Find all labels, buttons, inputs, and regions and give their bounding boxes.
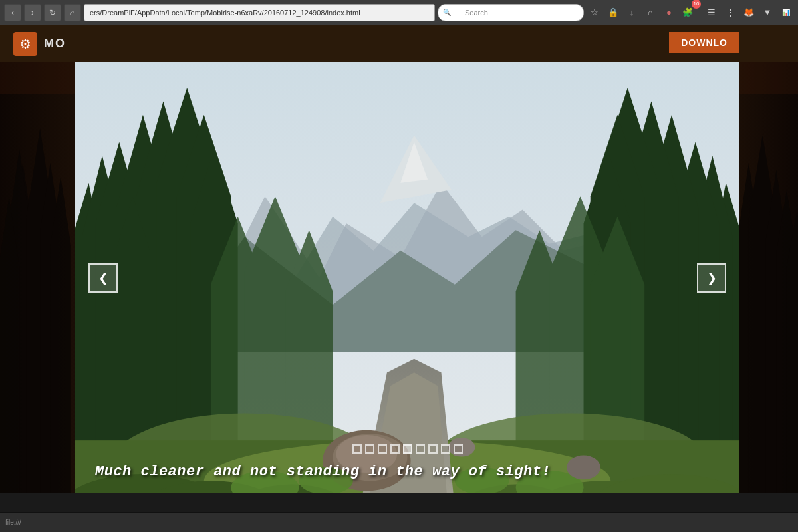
badge-count: 10 <box>692 0 701 9</box>
search-placeholder: Search <box>465 9 488 17</box>
prev-icon: ❮ <box>98 271 108 285</box>
download-icon[interactable]: ↓ <box>624 5 640 21</box>
slider-wrap: ❮ ❯ Much cleaner and not standing in <box>75 62 739 493</box>
slider-caption: Much cleaner and not standing in the way… <box>75 464 739 487</box>
address-bar[interactable]: ers/DreamPiF/AppData/Local/Temp/Mobirise… <box>84 4 435 21</box>
browser-window: ‹ › ↻ ⌂ ers/DreamPiF/AppData/Local/Temp/… <box>0 0 798 532</box>
app-name: MO <box>44 37 66 51</box>
menu-icon[interactable]: ☰ <box>704 5 720 21</box>
sidebar-left <box>0 25 75 493</box>
home-icon[interactable]: ⌂ <box>642 5 658 21</box>
app-logo: ⚙ MO <box>13 32 66 56</box>
lock-icon[interactable]: 🔒 <box>605 5 621 21</box>
download-button[interactable]: DOWNLO <box>669 32 739 53</box>
search-bar-wrap: Search <box>438 4 584 21</box>
next-icon: ❯ <box>707 271 717 285</box>
sidebar-left-content <box>0 25 75 493</box>
back-button[interactable]: ‹ <box>4 4 21 21</box>
address-text: ers/DreamPiF/AppData/Local/Temp/Mobirise… <box>90 9 360 17</box>
extra-icon[interactable]: ▼ <box>759 5 775 21</box>
dot-3[interactable] <box>378 444 387 454</box>
caption-text: Much cleaner and not standing in the way… <box>95 464 551 480</box>
dot-5[interactable] <box>403 444 412 454</box>
slider-prev-button[interactable]: ❮ <box>88 263 118 293</box>
dot-7[interactable] <box>428 444 438 454</box>
app-header: ⚙ MO DOWNLO <box>0 25 798 62</box>
taskbar: file:/// <box>0 512 798 532</box>
dot-6[interactable] <box>416 444 425 454</box>
reload-button[interactable]: ↻ <box>44 4 61 21</box>
dot-4[interactable] <box>390 444 400 454</box>
more-icon[interactable]: ⋮ <box>722 5 738 21</box>
slider-next-button[interactable]: ❯ <box>697 263 726 293</box>
dot-8[interactable] <box>441 444 450 454</box>
forward-button[interactable]: › <box>24 4 41 21</box>
toolbar-icons: ☆ 🔒 ↓ ⌂ ● 🧩 10 ☰ ⋮ 🦊 ▼ 📊 <box>587 5 794 21</box>
status-text: file:/// <box>5 519 21 526</box>
dot-1[interactable] <box>352 444 362 454</box>
slider-image <box>75 62 739 493</box>
privacy-icon[interactable]: ● <box>661 5 677 21</box>
addon-icon[interactable]: 🦊 <box>741 5 757 21</box>
slider-dots <box>352 444 463 454</box>
browser-toolbar: ‹ › ↻ ⌂ ers/DreamPiF/AppData/Local/Temp/… <box>0 0 798 25</box>
page-area: ⚙ MO DOWNLO <box>0 25 798 493</box>
dot-9[interactable] <box>454 444 463 454</box>
stats-icon[interactable]: 📊 <box>778 5 794 21</box>
svg-rect-65 <box>75 62 739 493</box>
dot-2[interactable] <box>365 444 374 454</box>
star-icon[interactable]: ☆ <box>587 5 602 21</box>
gear-icon: ⚙ <box>13 32 37 56</box>
home-button[interactable]: ⌂ <box>64 4 81 21</box>
sidebar-right <box>739 25 798 493</box>
search-input[interactable]: Search <box>438 4 584 21</box>
